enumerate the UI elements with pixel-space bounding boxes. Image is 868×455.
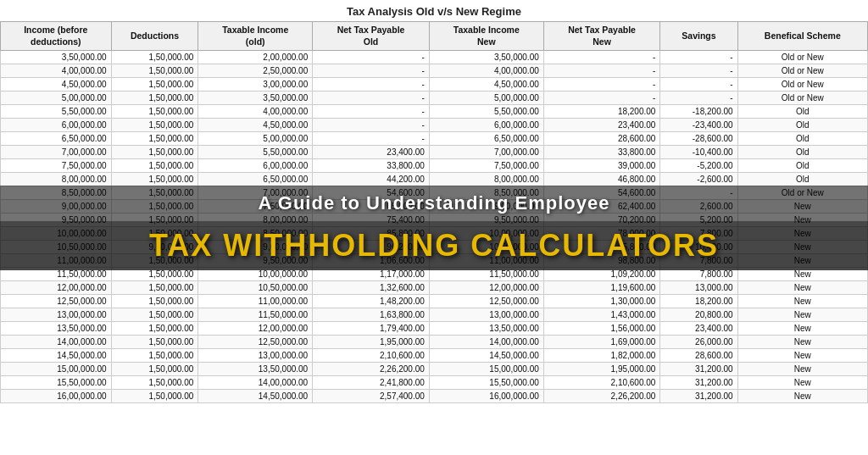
table-cell: 8,50,000.00 — [1, 186, 112, 200]
table-cell: 3,00,000.00 — [198, 78, 313, 92]
table-row: 14,00,000.001,50,000.0012,50,000.001,95,… — [1, 336, 868, 349]
table-cell: 13,50,000.00 — [429, 322, 543, 336]
table-cell: New — [737, 268, 867, 281]
table-cell: 1,09,200.00 — [543, 268, 660, 281]
table-row: 5,00,000.001,50,000.003,50,000.00-5,00,0… — [1, 92, 868, 105]
table-cell: New — [737, 308, 867, 322]
table-row: 9,00,000.001,50,000.007,50,000.0065,000.… — [1, 200, 868, 214]
col-income: Income (beforedeductions) — [1, 22, 112, 51]
table-cell: 4,50,000.00 — [429, 78, 543, 92]
table-cell: 1,50,000.00 — [111, 281, 198, 295]
table-cell: 6,50,000.00 — [198, 173, 313, 186]
table-row: 4,50,000.001,50,000.003,00,000.00-4,50,0… — [1, 78, 868, 92]
table-cell: Old or New — [737, 78, 867, 92]
table-cell: 1,50,000.00 — [111, 214, 198, 227]
table-cell: New — [737, 363, 867, 376]
table-cell: 18,200.00 — [543, 105, 660, 119]
table-cell: 1,95,000.00 — [543, 363, 660, 376]
table-cell: 31,200.00 — [660, 376, 737, 390]
table-cell: - — [313, 105, 430, 119]
table-cell: 31,200.00 — [660, 363, 737, 376]
table-cell: 65,000.00 — [313, 200, 430, 214]
table-cell: 8,50,000.00 — [198, 227, 313, 241]
table-row: 12,00,000.001,50,000.0010,50,000.001,32,… — [1, 281, 868, 295]
table-cell: 1,56,000.00 — [543, 322, 660, 336]
table-cell: - — [543, 78, 660, 92]
table-cell: - — [543, 92, 660, 105]
table-cell: 13,00,000.00 — [1, 308, 112, 322]
table-cell: Old — [737, 146, 867, 159]
table-cell: New — [737, 336, 867, 349]
table-wrapper: Income (beforedeductions) Deductions Tax… — [0, 21, 868, 403]
table-cell: 14,50,000.00 — [429, 349, 543, 363]
table-cell: 1,69,000.00 — [543, 336, 660, 349]
col-net-tax-new: Net Tax PayableNew — [543, 22, 660, 51]
table-cell: 4,00,000.00 — [1, 64, 112, 78]
table-cell: 1,50,000.00 — [111, 268, 198, 281]
table-cell: 13,50,000.00 — [198, 363, 313, 376]
table-cell: 5,00,000.00 — [1, 92, 112, 105]
table-cell: New — [737, 295, 867, 308]
table-cell: New — [737, 390, 867, 403]
table-cell: 1,50,000.00 — [111, 159, 198, 173]
table-cell: 9,00,000.00 — [198, 241, 313, 254]
table-cell: 10,400.00 — [660, 241, 737, 254]
table-cell: - — [660, 92, 737, 105]
table-cell: 3,50,000.00 — [198, 92, 313, 105]
table-cell: 6,50,000.00 — [1, 132, 112, 146]
table-cell: New — [737, 241, 867, 254]
table-cell: 1,95,000.00 — [313, 336, 430, 349]
table-cell: 1,50,000.00 — [111, 254, 198, 268]
table-cell: 13,000.00 — [660, 281, 737, 295]
table-cell: 7,800.00 — [660, 227, 737, 241]
table-cell: 20,800.00 — [660, 308, 737, 322]
table-cell: 78,000.00 — [543, 227, 660, 241]
table-cell: 12,50,000.00 — [1, 295, 112, 308]
table-cell: 2,26,200.00 — [313, 363, 430, 376]
table-row: 10,00,000.001,50,000.008,50,000.0085,800… — [1, 227, 868, 241]
table-cell: -18,200.00 — [660, 105, 737, 119]
table-cell: 5,200.00 — [660, 214, 737, 227]
table-cell: 1,82,000.00 — [543, 349, 660, 363]
table-cell: -2,600.00 — [660, 173, 737, 186]
table-cell: Old — [737, 105, 867, 119]
table-cell: - — [313, 119, 430, 132]
table-cell: 1,30,000.00 — [543, 295, 660, 308]
table-cell: 2,600.00 — [660, 200, 737, 214]
table-cell: New — [737, 227, 867, 241]
table-cell: New — [737, 281, 867, 295]
table-cell: - — [660, 186, 737, 200]
table-row: 13,00,000.001,50,000.0011,50,000.001,63,… — [1, 308, 868, 322]
table-cell: 1,50,000.00 — [111, 322, 198, 336]
table-cell: 2,10,600.00 — [543, 376, 660, 390]
table-cell: 8,50,000.00 — [429, 186, 543, 200]
table-cell: 1,19,600.00 — [543, 281, 660, 295]
table-row: 16,00,000.001,50,000.0014,50,000.002,57,… — [1, 390, 868, 403]
table-header-row: Income (beforedeductions) Deductions Tax… — [1, 22, 868, 51]
table-cell: 23,400.00 — [543, 119, 660, 132]
table-cell: 6,00,000.00 — [198, 159, 313, 173]
table-cell: 1,79,400.00 — [313, 322, 430, 336]
table-cell: 1,06,600.00 — [313, 254, 430, 268]
col-taxable-old: Taxable Income(old) — [198, 22, 313, 51]
table-cell: 14,00,000.00 — [1, 336, 112, 349]
table-cell: 11,00,000.00 — [1, 254, 112, 268]
table-cell: 9,50,000.00 — [429, 214, 543, 227]
table-cell: 2,57,400.00 — [313, 390, 430, 403]
table-cell: -5,200.00 — [660, 159, 737, 173]
table-row: 7,00,000.001,50,000.005,50,000.0023,400.… — [1, 146, 868, 159]
table-cell: -23,400.00 — [660, 119, 737, 132]
table-cell: 5,00,000.00 — [429, 92, 543, 105]
table-cell: 11,50,000.00 — [198, 308, 313, 322]
table-cell: 15,00,000.00 — [1, 363, 112, 376]
table-cell: 1,50,000.00 — [111, 376, 198, 390]
table-cell: -10,400.00 — [660, 146, 737, 159]
table-cell: 1,50,000.00 — [111, 363, 198, 376]
table-cell: 1,50,000.00 — [111, 336, 198, 349]
table-cell: 12,00,000.00 — [198, 322, 313, 336]
table-cell: 14,00,000.00 — [429, 336, 543, 349]
table-cell: 1,48,200.00 — [313, 295, 430, 308]
table-cell: 1,50,000.00 — [111, 390, 198, 403]
table-cell: - — [313, 64, 430, 78]
table-row: 3,50,000.001,50,000.002,00,000.00-3,50,0… — [1, 51, 868, 64]
